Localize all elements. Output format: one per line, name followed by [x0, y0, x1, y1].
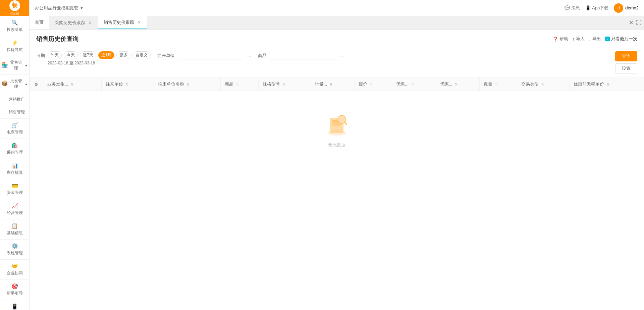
- col-partner-code[interactable]: 往来单位 ⇅: [101, 78, 154, 91]
- date-range-display: 2023-02-18 至 2023-03-18: [48, 60, 151, 66]
- tab-home[interactable]: 首页: [30, 16, 49, 29]
- product-input[interactable]: [269, 51, 336, 59]
- finance-icon: 💳: [11, 183, 18, 189]
- col-trade-type[interactable]: 交易类型 ⇅: [517, 78, 570, 91]
- product-filter-group: 商品 ...: [258, 51, 343, 59]
- help-button[interactable]: ❓ 帮助: [553, 36, 568, 42]
- col-spec[interactable]: 规格型号 ⇅: [258, 78, 311, 91]
- empty-icon: [323, 111, 350, 138]
- product-input-group: ...: [269, 51, 343, 59]
- app-download-button[interactable]: 📱 App下载: [585, 5, 608, 11]
- tab-purchase-history[interactable]: 采购历史价跟踪 ✕: [49, 16, 98, 29]
- close-sales-history-tab-button[interactable]: ✕: [137, 19, 142, 25]
- sidebar-item-ecommerce[interactable]: 🛒 电商管理: [0, 119, 29, 139]
- col-discount2[interactable]: 优惠... ⇅: [436, 78, 479, 91]
- sidebar-item-newbie[interactable]: 🎯 新手引导: [0, 280, 29, 300]
- close-all-tabs-button[interactable]: ✕: [629, 19, 633, 26]
- date-btn-last7days[interactable]: 近7天: [80, 51, 96, 59]
- tab-sales-history-label: 销售历史价跟踪: [104, 19, 134, 25]
- main-area: 办公用品行业模拟账套 ▼ 💬 消息 📱 App下载 d demo2 首页 采购历…: [30, 0, 644, 310]
- col-unit-label: 计量...: [315, 82, 327, 87]
- retail-icon: 🏪: [1, 62, 8, 68]
- col-unit[interactable]: 计量... ⇅: [311, 78, 354, 91]
- expand-button[interactable]: ⛶: [636, 20, 641, 26]
- sort-icon: ⇅: [330, 83, 332, 86]
- app-download-label: App下载: [592, 5, 608, 11]
- tab-sales-history[interactable]: 销售历史价跟踪 ✕: [98, 16, 147, 29]
- sidebar-item-label: 库存核算: [7, 170, 23, 175]
- date-buttons: 昨天 今天 近7天 近1月 更多 自定义: [48, 51, 151, 59]
- close-purchase-history-tab-button[interactable]: ✕: [88, 20, 93, 26]
- filter-settings-button[interactable]: 设置: [615, 63, 637, 73]
- sort-icon: ⇅: [411, 83, 414, 86]
- col-partner-name[interactable]: 往来单位名称 ⇅: [154, 78, 221, 91]
- sidebar-item-retail[interactable]: 🏪 零售管理 ▼: [0, 56, 29, 75]
- sidebar-item-quick-nav[interactable]: ⚡ 快捷导航: [0, 36, 29, 56]
- sort-icon: ⇅: [71, 83, 73, 86]
- sidebar-item-app-center[interactable]: 📱 应用中心: [0, 300, 29, 310]
- col-pre-tax-price[interactable]: 优惠前无税单价 ⇅: [570, 78, 644, 91]
- app-center-icon: 📱: [11, 303, 18, 310]
- col-biz-date[interactable]: 业务发生... ⇅: [43, 78, 101, 91]
- chevron-down-icon: ▼: [24, 64, 28, 67]
- sidebar-item-system[interactable]: ⚙️ 系统管理: [0, 240, 29, 260]
- col-quantity[interactable]: 数量 ⇅: [480, 78, 517, 91]
- import-button[interactable]: ↑ 导入: [572, 36, 585, 42]
- sidebar-item-operation[interactable]: 📈 经营管理: [0, 199, 29, 219]
- sidebar-item-inventory[interactable]: 📊 库存核算: [0, 159, 29, 179]
- query-button[interactable]: 查询: [615, 51, 637, 61]
- sidebar-item-search[interactable]: 🔍 搜索菜单: [0, 16, 29, 36]
- sidebar-item-marketing[interactable]: 营销推广: [0, 93, 29, 106]
- sidebar-item-finance[interactable]: 💳 资金管理: [0, 179, 29, 199]
- export-button[interactable]: ↓ 导出: [589, 36, 601, 42]
- sidebar-item-enterprise[interactable]: 🤝 企业协同: [0, 260, 29, 280]
- dropdown-arrow-icon: ▼: [80, 6, 84, 10]
- filter-bar: 日期 昨天 今天 近7天 近1月 更多 自定义 2023-02-18 至 202…: [30, 47, 644, 78]
- column-settings-button[interactable]: ⚙: [30, 78, 43, 91]
- partner-picker-dots[interactable]: ...: [247, 53, 251, 58]
- product-picker-dots[interactable]: ...: [339, 53, 343, 58]
- sidebar-item-label: 电商管理: [7, 130, 23, 135]
- sidebar-item-label: 基础信息: [7, 230, 23, 236]
- sidebar-item-label: 搜索菜单: [7, 27, 23, 33]
- sidebar-item-sales[interactable]: 销售管理: [0, 106, 29, 119]
- app-name-label: 办公用品行业模拟账套: [35, 5, 78, 11]
- product-filter-label: 商品: [258, 51, 267, 59]
- sidebar-item-purchase[interactable]: 🛍️ 采购管理: [0, 139, 29, 159]
- sort-icon: ⇅: [541, 83, 544, 86]
- sidebar-item-label: 快捷导航: [7, 47, 23, 53]
- sort-icon: ⇅: [236, 83, 239, 86]
- data-table: ⚙ 业务发生... ⇅ 往来单位 ⇅ 往来单位名称 ⇅: [30, 78, 644, 91]
- col-discount1-label: 优惠...: [396, 82, 409, 87]
- message-button[interactable]: 💬 消息: [565, 5, 580, 11]
- date-options: 昨天 今天 近7天 近1月 更多 自定义 2023-02-18 至 2023-0…: [48, 51, 151, 66]
- date-btn-last1month[interactable]: 近1月: [98, 51, 115, 59]
- date-filter-group: 日期 昨天 今天 近7天 近1月 更多 自定义 2023-02-18 至 202…: [36, 51, 151, 66]
- col-biz-date-label: 业务发生...: [47, 82, 68, 87]
- partner-input[interactable]: [177, 51, 245, 59]
- date-btn-yesterday[interactable]: 昨天: [48, 51, 62, 59]
- app-name-dropdown[interactable]: 办公用品行业模拟账套 ▼: [35, 5, 84, 11]
- topbar-right: 💬 消息 📱 App下载 d demo2: [565, 3, 639, 13]
- operation-icon: 📈: [11, 203, 18, 209]
- sidebar-item-label: 批发管理: [9, 78, 23, 90]
- col-discount1[interactable]: 优惠... ⇅: [392, 78, 436, 91]
- inventory-icon: 📊: [11, 162, 18, 169]
- date-btn-custom[interactable]: 自定义: [132, 51, 151, 59]
- tabbar-actions: ✕ ⛶: [626, 16, 644, 29]
- partner-filter-group: 往来单位 ...: [157, 51, 251, 59]
- sidebar-item-label: 经营管理: [7, 210, 23, 216]
- date-btn-today[interactable]: 今天: [64, 51, 78, 59]
- sidebar-logo[interactable]: 畅 标签版: [0, 0, 29, 16]
- sidebar-item-wholesale[interactable]: 📦 批发管理 ▲: [0, 75, 29, 93]
- sidebar-item-label: 采购管理: [7, 150, 23, 155]
- col-quote[interactable]: 报价 ⇅: [355, 78, 392, 91]
- date-btn-more[interactable]: 更多: [116, 51, 130, 59]
- empty-text: 暂无数据: [328, 142, 345, 148]
- sort-icon: ⇅: [186, 83, 189, 86]
- col-product[interactable]: 商品 ⇅: [221, 78, 258, 91]
- user-info[interactable]: d demo2: [614, 3, 639, 13]
- only-last-checkbox[interactable]: ✓ 只看最后一次: [605, 36, 637, 42]
- sidebar-item-basic-info[interactable]: 📋 基础信息: [0, 219, 29, 240]
- sidebar-item-label: 企业协同: [7, 270, 23, 276]
